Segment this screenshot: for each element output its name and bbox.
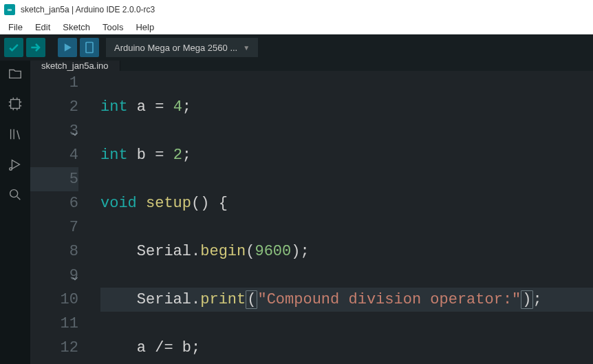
fold-chevron-icon[interactable]: [70, 268, 80, 277]
line-number: 6: [30, 191, 78, 215]
line-number: 11: [30, 312, 78, 336]
line-number: 10: [30, 288, 78, 312]
board-selector[interactable]: Arduino Mega or Mega 2560 ... ▼: [106, 38, 258, 57]
line-number: 8: [30, 239, 78, 264]
debug-button[interactable]: [58, 38, 77, 57]
bracket-match-open: (: [246, 290, 257, 309]
code-editor[interactable]: 1 2 3 4 5 6 7 8 9 10 11 12 int a = 4; in…: [30, 71, 593, 364]
svg-rect-0: [86, 43, 93, 53]
tab-row: sketch_jan5a.ino: [30, 61, 593, 71]
titlebar: ∞ sketch_jan5a | Arduino IDE 2.0.0-rc3: [0, 0, 593, 19]
fold-chevron-icon[interactable]: [70, 123, 80, 133]
verify-button[interactable]: [4, 38, 23, 57]
menu-help[interactable]: Help: [130, 21, 160, 34]
line-number: 12: [30, 336, 78, 360]
line-number: 9: [30, 264, 78, 288]
line-number: 5: [30, 167, 78, 191]
app-icon: ∞: [4, 4, 15, 15]
menu-edit[interactable]: Edit: [30, 21, 56, 34]
bracket-match-close: ): [521, 290, 532, 309]
line-number: 2: [30, 95, 78, 119]
toolbar: Arduino Mega or Mega 2560 ... ▼: [0, 34, 593, 61]
debug-panel-icon[interactable]: [6, 156, 24, 173]
new-sketch-button[interactable]: [80, 38, 99, 57]
chevron-down-icon: ▼: [243, 44, 250, 52]
code-area[interactable]: int a = 4; int b = 2; void setup() { Ser…: [88, 71, 593, 364]
svg-point-2: [10, 168, 12, 171]
library-manager-icon[interactable]: [6, 125, 24, 143]
check-icon: [7, 41, 21, 54]
main-area: sketch_jan5a.ino 1 2 3 4 5 6 7 8 9 10 11…: [0, 61, 593, 364]
code-line: Serial.print("Compound division operator…: [100, 288, 593, 312]
code-line: a /= b;: [100, 336, 593, 360]
menu-sketch[interactable]: Sketch: [57, 21, 96, 34]
menu-tools[interactable]: Tools: [97, 21, 129, 34]
editor-wrap: sketch_jan5a.ino 1 2 3 4 5 6 7 8 9 10 11…: [30, 61, 593, 364]
line-number: 4: [30, 143, 78, 167]
svg-rect-1: [11, 100, 20, 109]
search-icon[interactable]: [6, 186, 24, 204]
upload-button[interactable]: [26, 38, 45, 57]
line-number: 1: [30, 71, 78, 95]
explorer-icon[interactable]: [6, 65, 24, 83]
gutter: 1 2 3 4 5 6 7 8 9 10 11 12: [30, 71, 88, 364]
line-number: 7: [30, 215, 78, 239]
play-icon: [61, 41, 74, 54]
file-icon: [83, 41, 96, 54]
tab-sketch[interactable]: sketch_jan5a.ino: [30, 61, 120, 71]
code-line: int a = 4;: [100, 95, 593, 119]
menubar: File Edit Sketch Tools Help: [0, 19, 593, 34]
arrow-right-icon: [29, 41, 43, 54]
code-line: void setup() {: [100, 191, 593, 215]
code-line: int b = 2;: [100, 143, 593, 167]
line-number: 3: [30, 119, 78, 143]
window-title: sketch_jan5a | Arduino IDE 2.0.0-rc3: [21, 5, 155, 14]
menu-file[interactable]: File: [3, 21, 28, 34]
board-manager-icon[interactable]: [6, 95, 24, 113]
svg-point-3: [10, 190, 18, 197]
board-label: Arduino Mega or Mega 2560 ...: [114, 43, 237, 53]
code-line: Serial.begin(9600);: [100, 239, 593, 264]
activity-bar: [0, 61, 30, 364]
